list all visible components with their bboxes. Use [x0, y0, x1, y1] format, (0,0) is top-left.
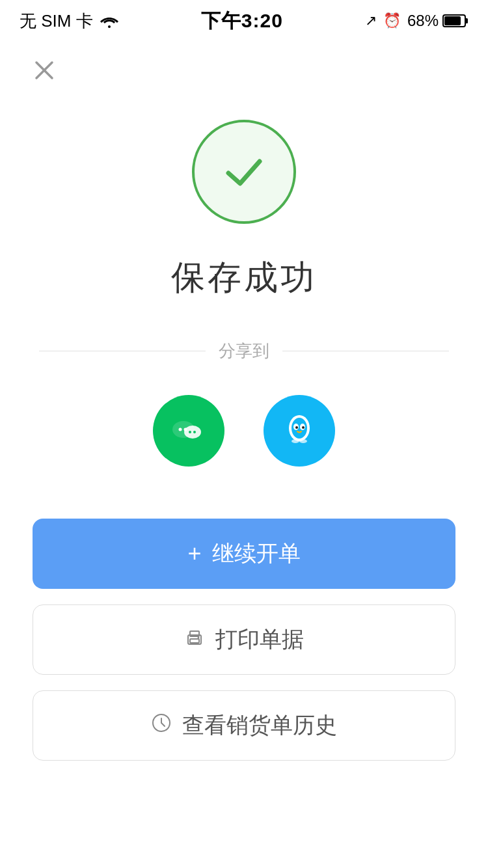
continue-order-icon: +: [187, 540, 201, 567]
location-icon: ↗: [365, 12, 377, 29]
battery-percent: 68%: [407, 12, 439, 30]
divider-line-right: [282, 351, 449, 351]
battery-info: 68%: [407, 12, 468, 30]
success-title: 保存成功: [171, 255, 317, 301]
battery-icon: [442, 14, 468, 28]
share-label: 分享到: [206, 340, 282, 362]
divider-line-left: [39, 351, 206, 351]
wechat-share-button[interactable]: [153, 395, 224, 467]
qq-icon: [278, 410, 320, 452]
svg-point-23: [198, 636, 200, 638]
wechat-icon: [168, 410, 210, 452]
svg-rect-22: [190, 639, 199, 643]
share-icons-row: [153, 395, 335, 467]
checkmark-icon: [218, 146, 270, 198]
svg-point-10: [189, 431, 191, 433]
success-icon-circle: [192, 120, 296, 224]
view-history-button[interactable]: 查看销货单历史: [33, 690, 455, 761]
sim-text: 无 SIM 卡: [20, 10, 93, 33]
status-bar: 无 SIM 卡 下午3:20 ↗ ⏰ 68%: [0, 0, 488, 42]
svg-point-18: [291, 439, 299, 443]
alarm-icon: ⏰: [383, 12, 401, 29]
svg-rect-1: [465, 18, 468, 23]
svg-point-11: [193, 431, 196, 433]
svg-point-19: [299, 439, 307, 443]
svg-point-17: [302, 426, 305, 429]
continue-order-button[interactable]: + 继续开单: [33, 519, 455, 589]
main-content: 保存成功 分享到: [0, 42, 488, 761]
continue-order-label: 继续开单: [212, 539, 301, 569]
qq-share-button[interactable]: [264, 395, 335, 467]
print-icon: [184, 627, 205, 653]
view-history-label: 查看销货单历史: [182, 711, 337, 740]
status-right: ↗ ⏰ 68%: [365, 12, 468, 30]
close-button[interactable]: [26, 52, 62, 88]
svg-point-9: [184, 426, 201, 439]
close-icon: [33, 59, 56, 82]
svg-point-7: [179, 428, 182, 431]
print-receipt-label: 打印单据: [215, 625, 304, 655]
share-divider: 分享到: [0, 340, 488, 362]
status-time: 下午3:20: [201, 8, 283, 34]
action-buttons: + 继续开单 打印单据 查看销货单历史: [0, 519, 488, 761]
print-receipt-button[interactable]: 打印单据: [33, 604, 455, 675]
wifi-icon: [100, 14, 119, 28]
history-icon: [151, 712, 172, 739]
svg-point-16: [295, 426, 298, 429]
status-left: 无 SIM 卡: [20, 10, 119, 33]
svg-rect-2: [444, 16, 461, 25]
